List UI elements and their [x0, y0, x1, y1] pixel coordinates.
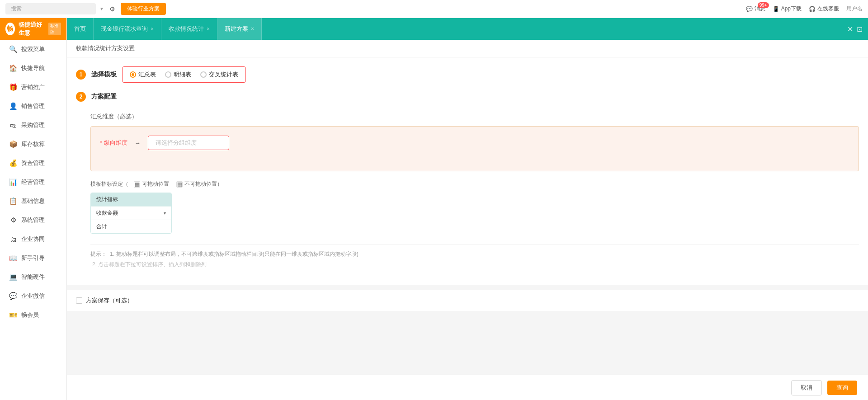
radio-summary-circle — [130, 71, 136, 78]
tab-receipt-stats-close[interactable]: × — [207, 26, 210, 32]
sidebar-item-label: 系统管理 — [21, 216, 45, 224]
logo-badge: 标准版 — [48, 23, 61, 35]
tab-home[interactable]: 首页 — [67, 18, 94, 40]
sidebar-item-quick-nav[interactable]: 🏠 快捷导航 — [0, 59, 66, 78]
sidebar-item-label: 畅会员 — [21, 311, 39, 319]
shopping-icon: 🛍 — [9, 122, 18, 129]
tab-bank-flow-label: 现金银行流水查询 — [101, 25, 148, 33]
tab-receipt-stats[interactable]: 收款情况统计 × — [161, 18, 217, 40]
sidebar-item-search-menu[interactable]: 🔍 搜索菜单 — [0, 40, 66, 59]
sidebar: 畅 畅捷通好生意 标准版 🔍 搜索菜单 🏠 快捷导航 🎁 营销推广 👤 销售管理… — [0, 18, 67, 400]
tips-title: 提示： 1. 拖动标题栏可以调整布局，不可跨维度或指标区域拖动栏目段(只能在同一… — [90, 250, 859, 258]
close-window-icon[interactable]: ✕ — [847, 25, 853, 33]
sidebar-item-smart-hw[interactable]: 💻 智能硬件 — [0, 268, 66, 287]
tab-home-label: 首页 — [74, 25, 86, 33]
tab-new-plan[interactable]: 新建方案 × — [217, 18, 262, 40]
query-button[interactable]: 查询 — [827, 381, 857, 395]
header-right-actions: 💬 消息 99+ 📱 App下载 🎧 在线客服 用户名 — [746, 5, 863, 13]
metrics-row-total: 合计 — [91, 220, 171, 233]
radio-detail-circle — [165, 71, 171, 78]
metric-amount-label: 收款金额 — [96, 209, 118, 217]
sidebar-item-finance[interactable]: 💰 资金管理 — [0, 154, 66, 173]
sidebar-item-label: 基础信息 — [21, 197, 45, 205]
drag-indicator-icon: ▦ — [134, 181, 140, 188]
step1-label: 选择模板 — [91, 71, 117, 79]
metric-total-label: 合计 — [96, 223, 107, 231]
save-section: 方案保存（可选） — [67, 290, 868, 311]
tab-new-plan-close[interactable]: × — [251, 26, 254, 32]
sidebar-item-guide[interactable]: 📖 新手引导 — [0, 249, 66, 268]
metric-dropdown-icon[interactable]: ▾ — [164, 211, 166, 216]
radio-detail[interactable]: 明细表 — [165, 71, 191, 79]
sidebar-item-label: 资金管理 — [21, 159, 45, 167]
tab-bar: 首页 现金银行流水查询 × 收款情况统计 × 新建方案 × ✕ ⊡ — [67, 18, 868, 40]
sidebar-item-system[interactable]: ⚙ 系统管理 — [0, 211, 66, 230]
sidebar-item-sales[interactable]: 👤 销售管理 — [0, 97, 66, 116]
step2-row: 2 方案配置 — [76, 92, 859, 102]
notification-area[interactable]: 💬 消息 99+ — [746, 5, 765, 13]
ticket-icon: 🎫 — [9, 311, 18, 319]
sidebar-item-label: 库存核算 — [21, 140, 45, 148]
metrics-table: 统计指标 收款金额 ▾ 合计 — [90, 193, 172, 234]
cancel-button[interactable]: 取消 — [791, 380, 822, 395]
computer-icon: 💻 — [9, 273, 18, 281]
tab-bank-flow-close[interactable]: × — [151, 26, 154, 32]
sidebar-item-label: 新手引导 — [21, 254, 45, 262]
page-content: 收款情况统计方案设置 1 选择模板 汇总表 — [67, 40, 868, 400]
sidebar-item-operations[interactable]: 📊 经营管理 — [0, 173, 66, 192]
sidebar-item-label: 营销推广 — [21, 83, 45, 91]
sidebar-item-purchase[interactable]: 🛍 采购管理 — [0, 116, 66, 135]
home-icon: 🏠 — [9, 64, 18, 72]
folder-icon: 🗂 — [9, 235, 18, 243]
main-layout: 畅 畅捷通好生意 标准版 🔍 搜索菜单 🏠 快捷导航 🎁 营销推广 👤 销售管理… — [0, 18, 868, 400]
sidebar-item-enterprise[interactable]: 🗂 企业协同 — [0, 230, 66, 249]
trial-button[interactable]: 体验行业方案 — [121, 3, 166, 15]
radio-summary[interactable]: 汇总表 — [130, 71, 156, 79]
metrics-header-text: 模板指标设定（ — [90, 180, 128, 188]
gear-icon[interactable]: ⚙ — [109, 5, 115, 13]
sidebar-item-member[interactable]: 🎫 畅会员 — [0, 306, 66, 325]
metrics-header: 模板指标设定（ ▦ 可拖动位置 ▦ 不可拖动位置） — [90, 180, 859, 188]
draggable-badge: ▦ 可拖动位置 — [134, 180, 169, 188]
content-area: 首页 现金银行流水查询 × 收款情况统计 × 新建方案 × ✕ ⊡ — [67, 18, 868, 400]
save-label[interactable]: 方案保存（可选） — [86, 296, 133, 305]
step2-badge: 2 — [76, 92, 86, 102]
search-bar[interactable]: 搜索 — [5, 3, 96, 14]
message-icon: 💬 — [746, 6, 753, 12]
metrics-config: 模板指标设定（ ▦ 可拖动位置 ▦ 不可拖动位置） — [90, 180, 859, 234]
sidebar-item-inventory[interactable]: 📦 库存核算 — [0, 135, 66, 154]
dropdown-arrow-icon[interactable]: ▼ — [99, 6, 104, 11]
sidebar-item-label: 采购管理 — [21, 121, 45, 129]
template-select-box: 汇总表 明细表 交叉统计表 — [122, 66, 246, 83]
notification-badge: 99+ — [758, 2, 769, 8]
tips-item-1: 1. 拖动标题栏可以调整布局，不可跨维度或指标区域拖动栏目段(只能在同一维度或指… — [110, 251, 358, 257]
gift-icon: 🎁 — [9, 83, 18, 91]
download-area[interactable]: 📱 App下载 — [773, 5, 802, 13]
dimension-arrow: → — [135, 140, 141, 146]
form-section: 1 选择模板 汇总表 明细表 — [67, 57, 868, 285]
sidebar-item-marketing[interactable]: 🎁 营销推广 — [0, 78, 66, 97]
vertical-dimension-label: * 纵向维度 — [100, 139, 127, 147]
sidebar-item-label: 企业微信 — [21, 292, 45, 300]
non-draggable-badge: ▦ 不可拖动位置） — [176, 180, 222, 188]
support-area[interactable]: 🎧 在线客服 — [809, 5, 839, 13]
tab-bar-actions: ✕ ⊡ — [842, 18, 868, 40]
dimension-title: 汇总维度（必选） — [90, 113, 859, 121]
maximize-icon[interactable]: ⊡ — [857, 25, 863, 33]
headset-icon: 🎧 — [809, 6, 816, 12]
metrics-row-amount[interactable]: 收款金额 ▾ — [91, 206, 171, 220]
download-icon: 📱 — [773, 6, 779, 12]
save-checkbox[interactable] — [76, 297, 82, 304]
radio-cross[interactable]: 交叉统计表 — [200, 71, 238, 79]
user-name[interactable]: 用户名 — [846, 5, 863, 13]
tab-bank-flow[interactable]: 现金银行流水查询 × — [94, 18, 161, 40]
dimension-input[interactable]: 请选择分组维度 — [148, 136, 229, 150]
radio-detail-label: 明细表 — [174, 71, 191, 79]
tips-section: 提示： 1. 拖动标题栏可以调整布局，不可跨维度或指标区域拖动栏目段(只能在同一… — [90, 245, 859, 276]
sidebar-item-basic-info[interactable]: 📋 基础信息 — [0, 192, 66, 211]
book-icon: 📖 — [9, 254, 18, 262]
radio-cross-circle — [200, 71, 207, 78]
sidebar-item-label: 企业协同 — [21, 235, 45, 243]
sidebar-item-wechat[interactable]: 💬 企业微信 — [0, 287, 66, 306]
tab-receipt-stats-label: 收款情况统计 — [169, 25, 204, 33]
